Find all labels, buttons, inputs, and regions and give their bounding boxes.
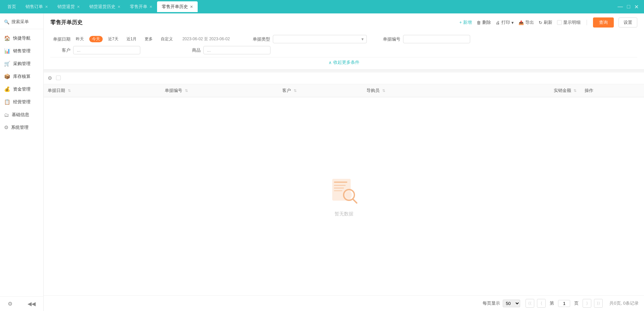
- delete-button[interactable]: 🗑 删除: [477, 19, 491, 25]
- type-select[interactable]: ▾: [273, 35, 367, 43]
- print-button[interactable]: 🖨 打印 ▾: [496, 19, 514, 25]
- col-customer-sort[interactable]: ⇅: [294, 89, 297, 93]
- tab-sales-order[interactable]: 销售订单 ✕: [21, 1, 53, 12]
- delete-icon: 🗑: [477, 20, 481, 25]
- col-guide[interactable]: 导购员 ⇅: [362, 84, 463, 97]
- settings-bottom-icon[interactable]: ⚙: [5, 299, 15, 308]
- col-guide-sort[interactable]: ⇅: [382, 89, 385, 93]
- maximize-icon[interactable]: □: [627, 4, 630, 10]
- goods-placeholder: ...: [207, 48, 211, 53]
- table-select-all-checkbox[interactable]: [56, 75, 61, 81]
- svg-rect-4: [334, 190, 342, 191]
- svg-rect-3: [334, 188, 344, 189]
- sidebar-item-quick-nav[interactable]: 🏠 快捷导航: [0, 32, 43, 45]
- print-dropdown-icon: ▾: [511, 20, 514, 25]
- minimize-icon[interactable]: —: [617, 4, 623, 10]
- tab-retail-open[interactable]: 零售开单 ✕: [125, 1, 157, 12]
- sidebar-item-inventory[interactable]: 📦 库存核算: [0, 70, 43, 83]
- col-amount[interactable]: 实销金额 ⇅: [463, 84, 581, 97]
- collapse-button[interactable]: ∧ 收起更多条件: [326, 58, 362, 67]
- tab-retail-open-close[interactable]: ✕: [149, 5, 152, 9]
- tab-sales-order-close[interactable]: ✕: [45, 5, 48, 9]
- custom-date-btn[interactable]: 自定义: [158, 36, 176, 43]
- table-settings-icon[interactable]: ⚙: [48, 75, 52, 81]
- col-number-sort[interactable]: ⇅: [185, 89, 188, 93]
- goods-filter-label: 商品: [181, 47, 201, 53]
- print-icon: 🖨: [496, 20, 500, 25]
- today-btn[interactable]: 今天: [89, 36, 103, 42]
- svg-rect-2: [334, 185, 346, 186]
- sidebar-item-purchase-mgmt-label: 采购管理: [13, 61, 31, 67]
- customer-filter-input[interactable]: ...: [73, 46, 140, 54]
- toolbar-actions: + 新增 🗑 删除 🖨 打印 ▾ 📤 导出 ↻: [459, 17, 637, 28]
- first-page-button[interactable]: ⟨⟨: [526, 299, 534, 308]
- add-button[interactable]: + 新增: [459, 19, 472, 25]
- table-header-row: 单据日期 ⇅ 单据编号 ⇅ 客户 ⇅ 导购员 ⇅: [44, 84, 644, 97]
- col-date-sort[interactable]: ⇅: [68, 89, 71, 93]
- show-detail-checkbox[interactable]: [557, 20, 562, 25]
- col-date[interactable]: 单据日期 ⇅: [44, 84, 161, 97]
- sidebar-item-sales-mgmt[interactable]: 📊 销售管理: [0, 45, 43, 57]
- date-range-text: 2023-06-02 至 2023-06-02: [182, 36, 230, 42]
- col-number[interactable]: 单据编号 ⇅: [161, 84, 278, 97]
- yesterday-btn[interactable]: 昨天: [73, 36, 87, 43]
- svg-rect-1: [334, 182, 347, 183]
- empty-state: 暂无数据: [44, 97, 644, 295]
- type-filter-label: 单据类型: [250, 36, 270, 42]
- sidebar-item-finance[interactable]: 💰 资金管理: [0, 83, 43, 96]
- sidebar-item-base-info[interactable]: 🗂 基础信息: [0, 108, 43, 121]
- tab-sales-return-history-close[interactable]: ✕: [117, 5, 120, 9]
- last7-btn[interactable]: 近7天: [105, 36, 121, 43]
- base-info-icon: 🗂: [4, 112, 9, 118]
- tab-sales-return-history[interactable]: 销货退货历史 ✕: [85, 1, 125, 12]
- inventory-icon: 📦: [4, 73, 10, 80]
- show-detail-label-text: 显示明细: [563, 19, 581, 25]
- more-date-btn[interactable]: 更多: [142, 36, 155, 43]
- finance-icon: 💰: [4, 86, 10, 92]
- tab-home[interactable]: 首页: [3, 1, 21, 12]
- sidebar-search[interactable]: 🔍 搜索采单: [0, 17, 43, 26]
- goods-filter-input[interactable]: ...: [203, 46, 270, 54]
- sidebar-item-sys-mgmt-label: 系统管理: [11, 124, 29, 131]
- show-detail-toggle[interactable]: 显示明细: [557, 19, 581, 25]
- col-date-label: 单据日期: [48, 88, 65, 93]
- last-page-button[interactable]: ⟩⟩: [594, 299, 603, 308]
- query-button[interactable]: 查询: [593, 17, 614, 28]
- svg-line-7: [353, 199, 357, 203]
- number-filter-input[interactable]: [403, 35, 470, 43]
- last-month-btn[interactable]: 近1月: [124, 36, 140, 43]
- prev-page-button[interactable]: ⟨: [537, 299, 546, 308]
- tab-home-label: 首页: [7, 4, 16, 10]
- per-page-select[interactable]: 50 100 200: [503, 300, 520, 307]
- number-filter-group: 单据编号: [380, 35, 470, 43]
- col-customer[interactable]: 客户 ⇅: [278, 84, 362, 97]
- type-filter-group: 单据类型 ▾: [250, 35, 367, 43]
- sidebar-item-operations-label: 经营管理: [13, 99, 31, 105]
- app-layout: 🔍 搜索采单 🏠 快捷导航 📊 销售管理 🛒 采购管理 📦 库存核算: [0, 13, 644, 311]
- refresh-button[interactable]: ↻ 刷新: [539, 19, 552, 25]
- collapse-sidebar-icon[interactable]: ◀◀: [25, 299, 38, 308]
- export-button[interactable]: 📤 导出: [518, 19, 534, 25]
- select-all-box[interactable]: [56, 75, 61, 80]
- sidebar-item-operations[interactable]: 📋 经营管理: [0, 96, 43, 108]
- page-number-input[interactable]: 1: [558, 300, 570, 307]
- settings-button[interactable]: 设置: [618, 17, 637, 28]
- close-icon[interactable]: ✕: [634, 4, 639, 10]
- page-label: 第: [550, 300, 554, 306]
- next-page-button[interactable]: ⟩: [583, 299, 591, 308]
- sidebar-search-label: 搜索采单: [11, 19, 29, 25]
- tab-sales-return-close[interactable]: ✕: [77, 5, 80, 9]
- customer-filter-label: 客户: [50, 47, 70, 53]
- tab-sales-return[interactable]: 销货退货 ✕: [53, 1, 85, 12]
- tab-retail-open-history[interactable]: 零售开单历史 ✕: [157, 1, 198, 12]
- collapse-label: 收起更多条件: [333, 59, 359, 65]
- page-title-row: 零售开单历史 + 新增 🗑 删除 🖨 打印 ▾ 📤 导出: [50, 17, 637, 28]
- sidebar-item-purchase-mgmt[interactable]: 🛒 采购管理: [0, 57, 43, 70]
- tab-sales-return-label: 销货退货: [57, 4, 75, 10]
- filter-row-2: 客户 ... 商品 ...: [50, 46, 637, 54]
- col-amount-sort[interactable]: ⇅: [574, 89, 577, 93]
- tab-retail-open-history-close[interactable]: ✕: [190, 5, 193, 9]
- filter-area: 单据日期 昨天 今天 近7天 近1月 更多 自定义 2023-06-02 至 2…: [50, 32, 637, 69]
- collapse-row: ∧ 收起更多条件: [50, 57, 637, 67]
- sidebar-item-sys-mgmt[interactable]: ⚙ 系统管理: [0, 121, 43, 134]
